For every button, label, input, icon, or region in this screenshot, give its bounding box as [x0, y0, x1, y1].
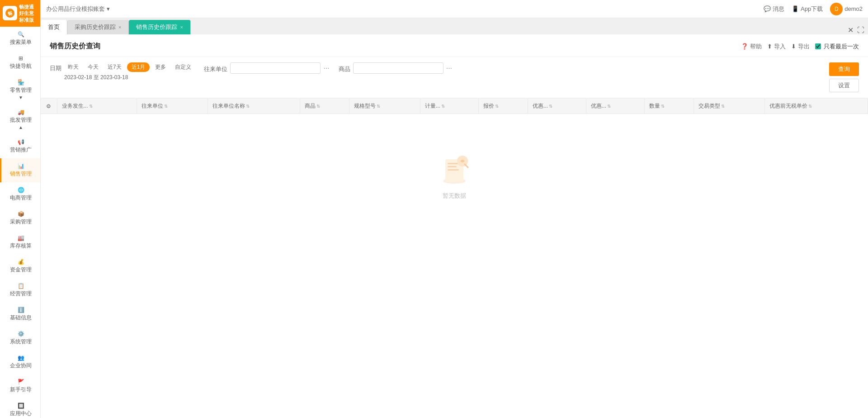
only-last-checkbox-group: 只看最后一次 [815, 43, 859, 51]
partner-filter: 往来单位 ··· [204, 62, 329, 74]
sort-icon: ⇅ [808, 104, 812, 109]
sort-icon: ⇅ [441, 104, 445, 109]
only-last-checkbox[interactable] [815, 43, 821, 49]
info-icon: ℹ️ [18, 307, 24, 313]
chart-icon: 📊 [18, 163, 24, 169]
sort-icon: ⇅ [549, 104, 552, 109]
sort-icon: ⇅ [164, 104, 168, 109]
col-pretax-price: 优惠前无税单价 ⇅ [764, 99, 868, 114]
sidebar-item-label: 库存核算 [10, 242, 32, 250]
sidebar-item-finance[interactable]: 💰 资金管理 [0, 254, 40, 278]
download-icon: 📱 [792, 5, 799, 12]
sort-icon: ⇅ [607, 104, 611, 109]
export-action[interactable]: ⬇ 导出 [791, 43, 810, 51]
sort-icon: ⇅ [316, 104, 320, 109]
date-btn-7days[interactable]: 近7天 [104, 62, 125, 72]
help-action[interactable]: ❓ 帮助 [741, 43, 762, 51]
only-last-label: 只看最后一次 [824, 43, 859, 51]
sidebar-item-label: 新手引导 [10, 386, 32, 394]
date-btn-today[interactable]: 今天 [84, 62, 102, 72]
tab-close-icon[interactable]: × [180, 24, 183, 30]
message-action[interactable]: 💬 消息 [764, 5, 784, 13]
tab-close-icon[interactable]: × [118, 24, 121, 30]
col-unit: 计量... ⇅ [420, 99, 478, 114]
globe-icon: 🌐 [18, 187, 24, 193]
date-options: 昨天 今天 近7天 近1月 更多 自定义 [64, 62, 195, 72]
sort-icon: ⇅ [89, 104, 93, 109]
date-filter-group: 日期 昨天 今天 近7天 近1月 更多 自定义 2023-02-18 至 202… [50, 62, 195, 81]
date-btn-1month[interactable]: 近1月 [127, 62, 150, 72]
sidebar-item-appstore[interactable]: 🔲 应用中心 [0, 398, 40, 418]
grid-icon: ⊞ [19, 55, 23, 62]
sidebar-item-label: 搜索菜单 [10, 38, 32, 46]
sidebar-item-guide[interactable]: 🚩 新手引导 [0, 374, 40, 398]
import-label: 导入 [774, 43, 786, 51]
date-btn-yesterday[interactable]: 昨天 [64, 62, 82, 72]
page-title: 销售历史价查询 [50, 42, 100, 51]
col-goods: 商品 ⇅ [300, 99, 349, 114]
goods-input[interactable] [353, 62, 443, 74]
col-quoted-price: 报价 ⇅ [478, 99, 528, 114]
flag-icon: 🚩 [18, 379, 24, 385]
sidebar-item-enterprise[interactable]: 👥 企业协同 [0, 350, 40, 374]
col-discount2: 优惠... ⇅ [586, 99, 645, 114]
user-menu[interactable]: D demo2 [830, 3, 863, 15]
box-icon: 📦 [18, 211, 24, 217]
empty-text: 暂无数据 [443, 192, 466, 200]
app-download-action[interactable]: 📱 App下载 [792, 5, 823, 13]
goods-picker-icon[interactable]: ··· [446, 64, 452, 72]
sidebar-item-marketing[interactable]: 📢 营销推广 [0, 134, 40, 158]
tab-sales-history[interactable]: 销售历史价跟踪 × [129, 20, 190, 34]
maximize-icon[interactable]: ⛶ [857, 26, 864, 34]
close-window-icon[interactable]: ✕ [848, 26, 854, 34]
avatar: D [830, 3, 843, 15]
money-icon: 💰 [18, 259, 24, 265]
sidebar-item-purchase[interactable]: 📦 采购管理 [0, 206, 40, 230]
sidebar-item-ecommerce[interactable]: 🌐 电商管理 [0, 182, 40, 206]
import-action[interactable]: ⬆ 导入 [767, 43, 786, 51]
sidebar-item-label: 销售管理 [10, 170, 32, 178]
tab-home[interactable]: 首页 [41, 20, 67, 34]
logo-icon: 畅 [3, 6, 17, 20]
export-label: 导出 [798, 43, 810, 51]
col-discount1: 优惠... ⇅ [528, 99, 586, 114]
sidebar-item-retail[interactable]: 🏪 零售管理 ▼ [0, 75, 40, 104]
sidebar-item-label: 快捷导航 [10, 62, 32, 70]
sidebar-item-operations[interactable]: 📋 经营管理 [0, 278, 40, 302]
tab-purchase-history[interactable]: 采购历史价跟踪 × [67, 20, 129, 34]
sort-icon: ⇅ [377, 104, 380, 109]
search-icon: 🔍 [18, 31, 24, 38]
empty-illustration [436, 150, 472, 186]
message-label: 消息 [773, 5, 784, 13]
sidebar-item-sales[interactable]: 📊 销售管理 [0, 158, 40, 182]
query-button[interactable]: 查询 [829, 62, 859, 76]
partner-picker-icon[interactable]: ··· [323, 64, 329, 72]
date-btn-custom[interactable]: 自定义 [171, 62, 195, 72]
help-icon: ❓ [741, 43, 748, 50]
tab-label: 销售历史价跟踪 [136, 23, 177, 31]
sidebar-item-basic[interactable]: ℹ️ 基础信息 [0, 302, 40, 326]
filter-buttons: 查询 设置 [829, 62, 859, 92]
company-selector[interactable]: 办公用品行业模拟账套 ▾ [46, 5, 110, 13]
partner-input[interactable] [230, 62, 321, 74]
sort-icon: ⇅ [495, 104, 499, 109]
sidebar-item-inventory[interactable]: 🏭 库存核算 [0, 230, 40, 254]
page-content: 销售历史价查询 ❓ 帮助 ⬆ 导入 ⬇ 导出 只看最后一次 [41, 34, 868, 418]
sidebar-item-label: 基础信息 [10, 314, 32, 322]
sidebar-item-search[interactable]: 🔍 搜索菜单 [0, 27, 40, 51]
date-btn-more[interactable]: 更多 [151, 62, 170, 72]
topbar: 办公用品行业模拟账套 ▾ 💬 消息 📱 App下载 D demo2 [41, 0, 868, 18]
app-logo[interactable]: 畅 畅捷通好生意 标准版 [0, 0, 40, 27]
svg-text:畅: 畅 [8, 11, 12, 16]
truck-icon: 🚚 [18, 109, 24, 115]
sidebar-item-wholesale[interactable]: 🚚 批发管理 ▲ [0, 104, 40, 134]
sidebar-item-shortcuts[interactable]: ⊞ 快捷导航 [0, 51, 40, 75]
sidebar-item-system[interactable]: ⚙️ 系统管理 [0, 326, 40, 350]
sidebar-item-label: 系统管理 [10, 338, 32, 346]
gear-icon[interactable]: ⚙ [46, 103, 51, 109]
app-name: 畅捷通好生意 标准版 [19, 4, 38, 23]
company-name: 办公用品行业模拟账套 [46, 5, 105, 13]
megaphone-icon: 📢 [18, 139, 24, 145]
settings-button[interactable]: 设置 [829, 79, 859, 92]
sidebar-item-label: 资金管理 [10, 266, 32, 274]
